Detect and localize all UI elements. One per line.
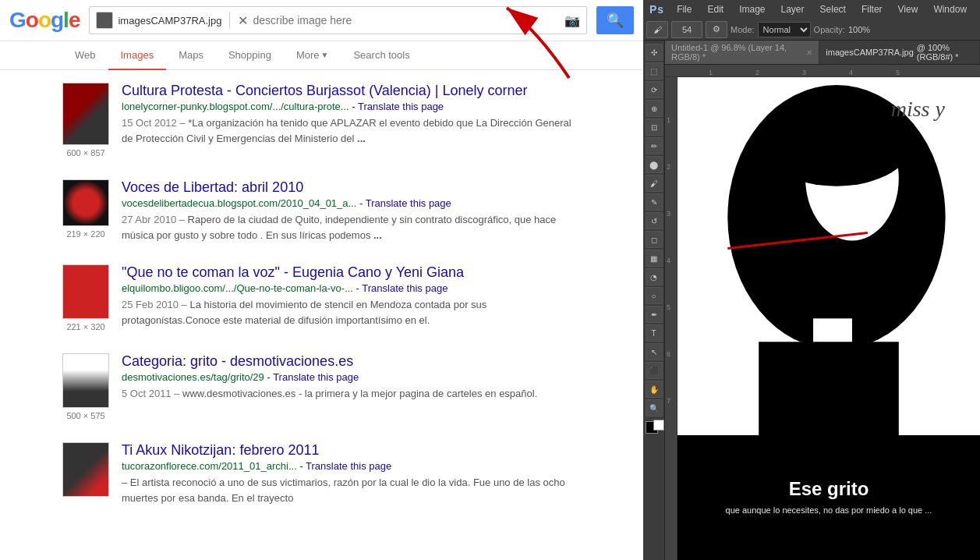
mode-label: Mode: bbox=[731, 25, 755, 34]
healing-tool[interactable]: ⬤ bbox=[646, 156, 663, 173]
tab-search-tools[interactable]: Search tools bbox=[341, 41, 422, 70]
result-content-1: Cultura Protesta - Conciertos Burjassot … bbox=[122, 83, 581, 146]
search-input[interactable] bbox=[253, 14, 560, 27]
close-icon[interactable]: ✕ bbox=[238, 13, 248, 28]
tab-maps[interactable]: Maps bbox=[166, 41, 216, 70]
result-title[interactable]: Voces de Libertad: abril 2010 bbox=[122, 179, 581, 196]
close-icon[interactable]: ✕ bbox=[806, 48, 812, 57]
result-thumb-3: 221 × 320 bbox=[62, 264, 109, 331]
pen-tool[interactable]: ✒ bbox=[646, 306, 663, 323]
camera-icon[interactable]: 📷 bbox=[564, 13, 580, 28]
translate-link[interactable]: - Translate this page bbox=[356, 282, 448, 294]
lasso-tool[interactable]: ⟳ bbox=[646, 81, 663, 98]
result-thumb-5 bbox=[62, 442, 109, 500]
background-color[interactable] bbox=[653, 420, 664, 431]
result-url-link[interactable]: lonelycorner-punky.blogspot.com/.../cult… bbox=[122, 101, 349, 112]
path-selection-tool[interactable]: ↖ bbox=[646, 343, 663, 360]
result-url-link[interactable]: vocesdelibertadecua.blogspot.com/2010_04… bbox=[122, 197, 356, 209]
crop-tool[interactable]: ⊡ bbox=[646, 119, 663, 136]
ps-menu-edit[interactable]: Edit bbox=[704, 2, 727, 16]
result-title[interactable]: "Que no te coman la voz" - Eugenia Cano … bbox=[122, 264, 581, 281]
logo-o2: o bbox=[38, 8, 51, 32]
ps-options-bar: 🖌 54 ⚙ Mode: Normal Dissolve Multiply Op… bbox=[643, 19, 980, 41]
result-thumb-2: 219 × 220 bbox=[62, 179, 109, 239]
result-title[interactable]: Cultura Protesta - Conciertos Burjassot … bbox=[122, 83, 581, 99]
ps-document-tabs: Untitled-1 @ 96.8% (Layer 14, RGB/8) * ✕… bbox=[665, 41, 980, 65]
ps-tab-label: imagesCAMP37RA.jpg bbox=[826, 48, 914, 57]
tab-images[interactable]: Images bbox=[108, 41, 167, 70]
brush-size-button[interactable]: 54 bbox=[671, 21, 702, 38]
chevron-down-icon: ▼ bbox=[321, 51, 329, 59]
result-content-2: Voces de Libertad: abril 2010 vocesdelib… bbox=[122, 179, 581, 243]
clone-stamp-tool[interactable]: ✎ bbox=[646, 193, 663, 211]
result-title[interactable]: Ti Akux Nikotzijan: febrero 2011 bbox=[122, 442, 581, 459]
search-button[interactable]: 🔍 bbox=[596, 6, 634, 34]
brush-tool[interactable]: 🖌 bbox=[646, 175, 663, 192]
translate-link[interactable]: - Translate this page bbox=[267, 371, 359, 383]
shape-tool[interactable]: ⬛ bbox=[646, 362, 663, 379]
brush-tool-button[interactable]: 🖌 bbox=[646, 21, 668, 38]
tab-web[interactable]: Web bbox=[62, 41, 108, 70]
history-brush-tool[interactable]: ↺ bbox=[646, 212, 663, 229]
eraser-tool[interactable]: ◻ bbox=[646, 231, 663, 248]
result-url: elquilombo.bligoo.com/.../Que-no-te-coma… bbox=[122, 282, 581, 294]
ruler-left: 1 2 3 4 5 6 7 bbox=[665, 77, 678, 560]
hand-tool[interactable]: ✋ bbox=[646, 381, 663, 398]
gradient-tool[interactable]: ▦ bbox=[646, 250, 663, 267]
ps-menubar: Ps File Edit Image Layer Select Filter V… bbox=[643, 0, 980, 19]
ps-menu-image[interactable]: Image bbox=[736, 2, 768, 16]
ps-tab-extra: @ 100% (RGB/8#) * bbox=[917, 43, 973, 62]
ps-canvas[interactable]: miss y Ese grito que aunque lo necesites… bbox=[678, 77, 980, 560]
blur-tool[interactable]: ◔ bbox=[646, 268, 663, 285]
ps-tab-image[interactable]: imagesCAMP37RA.jpg @ 100% (RGB/8#) * bbox=[819, 41, 980, 64]
translate-link[interactable]: - Translate this page bbox=[359, 197, 451, 209]
ps-menu-window[interactable]: Window bbox=[930, 2, 970, 16]
result-dims: 500 × 575 bbox=[66, 411, 104, 420]
brush-size-value: 54 bbox=[682, 25, 692, 34]
tab-more[interactable]: More ▼ bbox=[284, 41, 341, 70]
results-area: 600 × 857 Cultura Protesta - Conciertos … bbox=[0, 70, 643, 560]
canvas-title: Ese grito bbox=[789, 478, 869, 500]
result-url-link[interactable]: tucorazonflorece.com/2011_01_archi... bbox=[122, 460, 297, 472]
marquee-tool[interactable]: ⬚ bbox=[646, 62, 663, 80]
figure-svg: miss y bbox=[678, 77, 980, 435]
ps-toolbox: ✣ ⬚ ⟳ ⊕ ⊡ ✏ ⬤ 🖌 ✎ ↺ ◻ ▦ ◔ ○ ✒ T ↖ ⬛ ✋ 🔍 bbox=[643, 41, 665, 560]
logo-g: G bbox=[9, 8, 26, 32]
type-tool[interactable]: T bbox=[646, 324, 663, 342]
ps-menu-layer[interactable]: Layer bbox=[778, 2, 808, 16]
zoom-tool[interactable]: 🔍 bbox=[646, 399, 663, 416]
ps-menu-view[interactable]: View bbox=[895, 2, 922, 16]
ps-menu-file[interactable]: File bbox=[674, 2, 695, 16]
thumbnail-image bbox=[62, 353, 109, 408]
dodge-tool[interactable]: ○ bbox=[646, 287, 663, 304]
quick-selection-tool[interactable]: ⊕ bbox=[646, 100, 663, 117]
tab-shopping[interactable]: Shopping bbox=[216, 41, 284, 70]
ps-menu-select[interactable]: Select bbox=[817, 2, 849, 16]
result-url: lonelycorner-punky.blogspot.com/.../cult… bbox=[122, 101, 581, 112]
result-title[interactable]: Categoria: grito - desmotivaciones.es bbox=[122, 353, 581, 370]
result-thumb-4: 500 × 575 bbox=[62, 353, 109, 420]
ps-tab-untitled[interactable]: Untitled-1 @ 96.8% (Layer 14, RGB/8) * ✕ bbox=[665, 41, 819, 64]
ps-menu-filter[interactable]: Filter bbox=[858, 2, 886, 16]
ps-tab-label: Untitled-1 @ 96.8% (Layer 14, RGB/8) * bbox=[671, 43, 803, 62]
result-url-link[interactable]: desmotivaciones.es/tag/grito/29 bbox=[122, 371, 264, 383]
translate-link[interactable]: - Translate this page bbox=[299, 460, 391, 472]
mode-select[interactable]: Normal Dissolve Multiply bbox=[758, 22, 811, 37]
list-item: Ti Akux Nikotzijan: febrero 2011 tucoraz… bbox=[62, 442, 581, 505]
result-dims: 219 × 220 bbox=[66, 229, 104, 239]
result-content-5: Ti Akux Nikotzijan: febrero 2011 tucoraz… bbox=[122, 442, 581, 505]
eyedropper-tool[interactable]: ✏ bbox=[646, 137, 663, 154]
logo-l: l bbox=[63, 8, 69, 32]
list-item: 221 × 320 "Que no te coman la voz" - Eug… bbox=[62, 264, 581, 331]
translate-link[interactable]: - Translate this page bbox=[352, 101, 444, 112]
color-swatches bbox=[646, 421, 663, 440]
move-tool[interactable]: ✣ bbox=[646, 44, 663, 61]
result-dims: 221 × 320 bbox=[66, 322, 104, 331]
result-url-link[interactable]: elquilombo.bligoo.com/.../Que-no-te-coma… bbox=[122, 282, 353, 294]
brush-options-button[interactable]: ⚙ bbox=[706, 21, 727, 38]
thumbnail-image bbox=[62, 264, 109, 319]
header: Google imagesCAMP37RA.jpg ✕ 📷 🔍 bbox=[0, 0, 643, 41]
thumbnail-image bbox=[62, 179, 109, 226]
result-content-4: Categoria: grito - desmotivaciones.es de… bbox=[122, 353, 581, 402]
result-description: 27 Abr 2010 – Rapero de la ciudad de Qui… bbox=[122, 212, 581, 243]
